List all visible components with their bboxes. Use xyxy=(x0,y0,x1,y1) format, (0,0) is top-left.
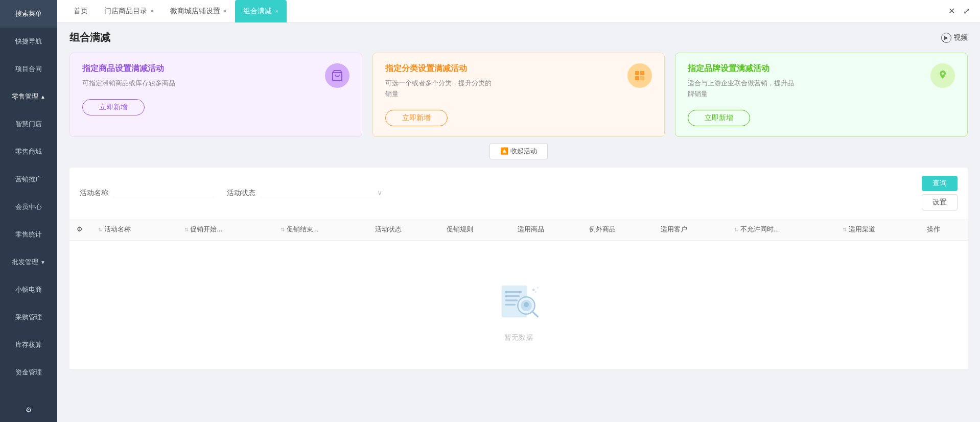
table-header-action: 操作 xyxy=(921,219,968,241)
sidebar-item-label: 批发管理 xyxy=(12,257,38,267)
sidebar-item-retail-mall[interactable]: 零售商城 xyxy=(0,138,57,166)
table-header-end[interactable]: ⇅ 促销结束... xyxy=(272,219,369,241)
table-header-row: ⚙ ⇅ 活动名称 ⇅ 促销开始... ⇅ 促销结束... xyxy=(69,219,968,241)
tab-label: 组合满减 xyxy=(243,7,272,16)
tab-close-icon[interactable]: × xyxy=(275,8,278,15)
chevron-down-icon: ∨ xyxy=(377,189,382,197)
sidebar-item-project-contract[interactable]: 项目合同 xyxy=(0,55,57,83)
filter-status-label: 活动状态 xyxy=(227,189,255,198)
brand-card-add-button[interactable]: 立即新增 xyxy=(688,110,750,126)
svg-rect-3 xyxy=(635,76,639,80)
tab-close-icon[interactable]: × xyxy=(150,8,154,15)
window-maximize-button[interactable]: ⤢ xyxy=(961,4,972,18)
sidebar-item-retail-stats[interactable]: 零售统计 xyxy=(0,221,57,248)
svg-point-15 xyxy=(532,288,535,291)
page-content: 组合满减 ▶ 视频 指定商品设置满减活动 可指定滞销商品或库存较多商品 立 xyxy=(57,22,980,422)
svg-line-13 xyxy=(532,311,538,316)
empty-text: 暂无数据 xyxy=(76,333,962,342)
table-header-customer: 适用客户 xyxy=(655,219,726,241)
svg-rect-10 xyxy=(505,303,516,305)
sidebar-item-label: 快捷导航 xyxy=(15,37,42,45)
sidebar-item-label: 智慧门店 xyxy=(15,120,42,128)
table-header-start[interactable]: ⇅ 促销开始... xyxy=(176,219,273,241)
category-card-title: 指定分类设置满减活动 xyxy=(385,63,652,74)
sort-icon: ⇅ xyxy=(734,227,738,232)
settings-gear-button[interactable]: ⚙ xyxy=(0,397,57,422)
category-card-icon xyxy=(627,63,652,88)
sort-icon: ⇅ xyxy=(281,227,285,232)
tab-store-catalog[interactable]: 门店商品目录 × xyxy=(96,0,162,22)
gear-icon: ⚙ xyxy=(26,406,32,414)
product-card-icon xyxy=(325,63,349,88)
sidebar-item-search-menu[interactable]: 搜索菜单 xyxy=(0,0,57,28)
sidebar-item-label: 零售统计 xyxy=(15,230,42,238)
sort-icon: ⇅ xyxy=(843,227,847,232)
sidebar-item-inventory-accounting[interactable]: 库存核算 xyxy=(0,331,57,359)
tab-label: 门店商品目录 xyxy=(104,7,147,16)
tab-close-icon[interactable]: × xyxy=(223,8,227,15)
tab-home[interactable]: 首页 xyxy=(65,0,96,22)
chevron-up-icon: ▲ xyxy=(40,94,45,100)
svg-rect-4 xyxy=(640,76,644,80)
sidebar-item-quick-nav[interactable]: 快捷导航 xyxy=(0,28,57,55)
filter-buttons: 查询 设置 xyxy=(922,176,958,210)
promo-card-brand: 指定品牌设置满减活动 适合与上游企业联合做营销，提升品牌销量 立即新增 xyxy=(675,53,968,137)
table-header-name[interactable]: ⇅ 活动名称 xyxy=(90,219,176,241)
tabs-bar: 首页 门店商品目录 × 微商城店铺设置 × 组合满减 × ✕ ⤢ xyxy=(57,0,980,22)
sidebar-item-label: 零售管理 xyxy=(12,92,38,101)
empty-illustration xyxy=(493,277,544,323)
promo-card-product: 指定商品设置满减活动 可指定滞销商品或库存较多商品 立即新增 xyxy=(69,53,362,137)
product-card-add-button[interactable]: 立即新增 xyxy=(82,99,145,115)
brand-card-icon xyxy=(930,63,955,88)
sidebar-item-label: 资金管理 xyxy=(15,368,42,376)
svg-point-5 xyxy=(942,73,944,75)
video-label: 视频 xyxy=(953,33,968,42)
tab-label: 首页 xyxy=(74,7,88,16)
svg-point-14 xyxy=(524,302,529,307)
filter-status-select[interactable]: ∨ xyxy=(260,186,382,199)
collapse-activities-button[interactable]: 🔼 收起活动 xyxy=(489,143,548,159)
sidebar-item-label: 库存核算 xyxy=(15,341,42,348)
filter-name-input[interactable] xyxy=(112,186,215,199)
svg-rect-1 xyxy=(635,71,639,75)
filter-row: 活动名称 活动状态 ∨ 查询 设置 xyxy=(69,168,968,219)
collapse-bar: 🔼 收起活动 xyxy=(69,143,968,159)
video-play-icon: ▶ xyxy=(941,33,951,43)
table-header-exception: 例外商品 xyxy=(583,219,655,241)
sidebar: 搜索菜单 快捷导航 项目合同 零售管理 ▲ 智慧门店 零售商城 营销推广 会员中… xyxy=(0,0,57,422)
query-button[interactable]: 查询 xyxy=(922,176,958,191)
window-controls: ✕ ⤢ xyxy=(946,4,972,18)
filter-name-item: 活动名称 xyxy=(80,186,215,199)
table-header-no-same-time[interactable]: ⇅ 不允许同时... xyxy=(726,219,834,241)
main-area: 首页 门店商品目录 × 微商城店铺设置 × 组合满减 × ✕ ⤢ 组合满减 ▶ … xyxy=(57,0,980,422)
product-card-title: 指定商品设置满减活动 xyxy=(82,63,349,74)
window-close-button[interactable]: ✕ xyxy=(946,4,957,18)
table-body: 暂无数据 xyxy=(69,240,968,369)
tab-weshop-settings[interactable]: 微商城店铺设置 × xyxy=(162,0,235,22)
setting-button[interactable]: 设置 xyxy=(922,194,958,210)
sidebar-item-xc-ecommerce[interactable]: 小畅电商 xyxy=(0,276,57,303)
category-card-add-button[interactable]: 立即新增 xyxy=(385,110,448,126)
table-header-gear[interactable]: ⚙ xyxy=(69,219,90,241)
table-header-status: 活动状态 xyxy=(369,219,440,241)
sidebar-item-retail-management[interactable]: 零售管理 ▲ xyxy=(0,83,57,110)
table-container: ⚙ ⇅ 活动名称 ⇅ 促销开始... ⇅ 促销结束... xyxy=(69,219,968,369)
filter-status-item: 活动状态 ∨ xyxy=(227,186,382,199)
sidebar-item-wholesale-management[interactable]: 批发管理 ▼ xyxy=(0,248,57,276)
tab-label: 微商城店铺设置 xyxy=(170,7,220,16)
gear-icon: ⚙ xyxy=(77,225,83,233)
brand-card-title: 指定品牌设置满减活动 xyxy=(688,63,955,74)
sidebar-item-purchase-management[interactable]: 采购管理 xyxy=(0,303,57,331)
sidebar-item-label: 搜索菜单 xyxy=(15,10,42,17)
tab-combo-discount[interactable]: 组合满减 × xyxy=(235,0,287,22)
sidebar-item-marketing[interactable]: 营销推广 xyxy=(0,166,57,193)
table-header-channel[interactable]: ⇅ 适用渠道 xyxy=(834,219,921,241)
product-card-desc: 可指定滞销商品或库存较多商品 xyxy=(82,78,195,89)
svg-rect-7 xyxy=(505,291,522,292)
promo-card-category: 指定分类设置满减活动 可选一个或者多个分类，提升分类的销量 立即新增 xyxy=(372,53,665,137)
video-link[interactable]: ▶ 视频 xyxy=(941,33,968,43)
sidebar-item-label: 零售商城 xyxy=(15,148,42,155)
sidebar-item-member-center[interactable]: 会员中心 xyxy=(0,193,57,221)
sidebar-item-fund-management[interactable]: 资金管理 xyxy=(0,359,57,386)
sidebar-item-smart-store[interactable]: 智慧门店 xyxy=(0,110,57,138)
